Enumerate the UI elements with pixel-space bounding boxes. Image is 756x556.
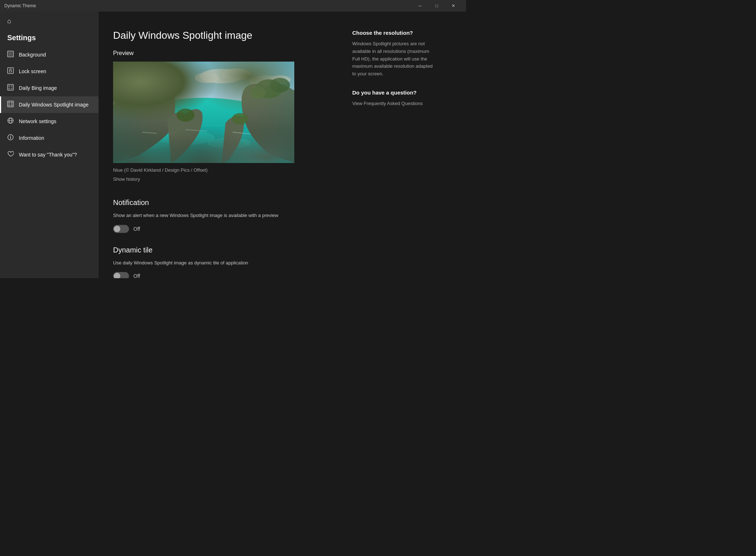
svg-rect-1 <box>8 52 13 56</box>
svg-rect-5 <box>8 85 10 87</box>
content-area: Daily Windows Spotlight image Preview <box>99 12 466 278</box>
svg-rect-13 <box>11 104 13 106</box>
sidebar-item-information[interactable]: Information <box>0 130 99 146</box>
sidebar: ⌂ Settings Background Lock screen <box>0 12 99 278</box>
background-icon <box>7 51 14 59</box>
svg-rect-7 <box>8 88 10 89</box>
show-history-link[interactable]: Show history <box>113 176 140 182</box>
right-panel: Choose the resolution? Windows Spotlight… <box>345 12 446 278</box>
svg-point-35 <box>255 79 283 98</box>
notification-toggle-row: Off <box>113 225 331 233</box>
resolution-title: Choose the resolution? <box>352 30 436 36</box>
svg-line-42 <box>233 132 251 134</box>
svg-rect-2 <box>8 68 13 74</box>
svg-point-25 <box>269 75 291 84</box>
dynamic-tile-toggle-label: Off <box>133 273 140 278</box>
svg-rect-10 <box>8 102 10 104</box>
sidebar-item-label-information: Information <box>19 135 44 141</box>
svg-line-40 <box>142 132 157 133</box>
sidebar-item-background[interactable]: Background <box>0 46 99 63</box>
image-caption: Niue (© David Kirkland / Design Pics / O… <box>113 167 331 173</box>
svg-point-39 <box>232 113 248 125</box>
svg-point-29 <box>207 138 251 149</box>
sidebar-item-label-background: Background <box>19 52 46 58</box>
dynamic-tile-toggle[interactable] <box>113 272 129 278</box>
svg-rect-12 <box>8 104 10 106</box>
notification-description: Show an alert when a new Windows Spotlig… <box>113 212 331 219</box>
dynamic-tile-description: Use daily Windows Spotlight image as dyn… <box>113 259 331 267</box>
svg-rect-11 <box>11 102 13 104</box>
daily-spotlight-icon <box>7 101 14 109</box>
sidebar-item-label-thank-you: Want to say "Thank you"? <box>19 152 77 158</box>
preview-label: Preview <box>113 50 331 57</box>
dynamic-tile-toggle-row: Off <box>113 272 331 278</box>
svg-rect-3 <box>9 70 12 72</box>
notification-toggle[interactable] <box>113 225 129 233</box>
sidebar-item-label-network-settings: Network settings <box>19 118 56 124</box>
sidebar-home-button[interactable]: ⌂ <box>0 12 99 31</box>
svg-rect-8 <box>11 88 13 89</box>
sidebar-heading: Settings <box>0 31 99 46</box>
svg-rect-20 <box>113 62 294 163</box>
close-button[interactable]: ✕ <box>445 0 462 12</box>
maximize-button[interactable]: □ <box>428 0 445 12</box>
app-body: ⌂ Settings Background Lock screen <box>0 12 466 278</box>
svg-point-38 <box>176 109 195 122</box>
svg-point-19 <box>10 136 11 137</box>
svg-point-32 <box>143 85 163 100</box>
title-bar: Dynamic Theme ─ □ ✕ <box>0 0 466 12</box>
minimize-button[interactable]: ─ <box>412 0 428 12</box>
sidebar-item-daily-bing[interactable]: Daily Bing image <box>0 80 99 96</box>
window-controls: ─ □ ✕ <box>412 0 462 12</box>
page-title: Daily Windows Spotlight image <box>113 30 331 41</box>
svg-point-22 <box>222 68 251 80</box>
preview-image-container <box>113 62 294 163</box>
question-title: Do you have a question? <box>352 89 436 96</box>
sidebar-item-label-lock-screen: Lock screen <box>19 68 46 74</box>
dynamic-tile-section-title: Dynamic tile <box>113 246 331 254</box>
svg-point-34 <box>153 92 167 103</box>
daily-bing-icon <box>7 84 14 92</box>
sidebar-item-lock-screen[interactable]: Lock screen <box>0 63 99 80</box>
svg-rect-27 <box>113 127 294 163</box>
lock-screen-icon <box>7 67 14 75</box>
notification-toggle-label: Off <box>133 226 140 232</box>
svg-point-37 <box>250 87 266 98</box>
preview-image <box>113 62 294 163</box>
content-main: Daily Windows Spotlight image Preview <box>99 12 345 278</box>
home-icon: ⌂ <box>7 17 11 25</box>
svg-rect-6 <box>11 85 13 87</box>
svg-line-41 <box>186 130 207 131</box>
information-icon <box>7 134 14 142</box>
svg-point-23 <box>195 73 220 83</box>
sidebar-item-label-daily-spotlight: Daily Windows Spotlight image <box>19 102 88 108</box>
sidebar-item-thank-you[interactable]: Want to say "Thank you"? <box>0 146 99 163</box>
app-title: Dynamic Theme <box>4 3 36 8</box>
svg-point-28 <box>157 130 215 145</box>
svg-point-31 <box>129 87 155 105</box>
faq-link[interactable]: View Frequently Asked Questions <box>352 101 423 106</box>
thank-you-icon <box>7 151 14 159</box>
network-settings-icon <box>7 117 14 125</box>
sidebar-item-network-settings[interactable]: Network settings <box>0 113 99 130</box>
svg-point-26 <box>113 98 294 163</box>
sidebar-item-daily-spotlight[interactable]: Daily Windows Spotlight image <box>0 96 99 113</box>
svg-point-36 <box>270 78 290 92</box>
svg-point-24 <box>249 76 282 87</box>
notification-section-title: Notification <box>113 198 331 207</box>
svg-point-21 <box>200 69 244 83</box>
svg-point-33 <box>122 95 140 108</box>
resolution-desc: Windows Spotlight pictures are not avail… <box>352 40 436 78</box>
sidebar-item-label-daily-bing: Daily Bing image <box>19 85 57 91</box>
svg-point-30 <box>131 141 167 149</box>
